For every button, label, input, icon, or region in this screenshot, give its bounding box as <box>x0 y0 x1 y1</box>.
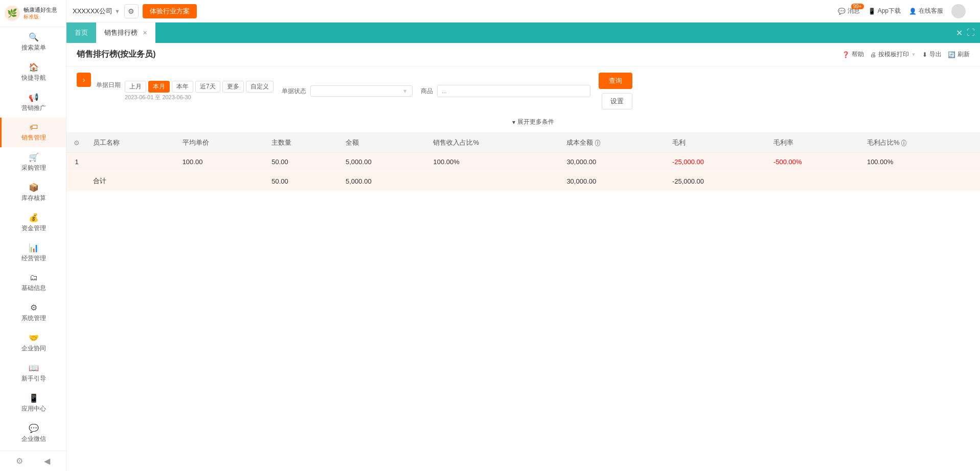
sidebar-item-marketing[interactable]: 📢 营销推广 <box>0 87 66 118</box>
operations-icon: 📊 <box>29 243 39 253</box>
basic-info-label: 基础信息 <box>21 284 46 293</box>
wechat-icon: 💬 <box>29 423 39 433</box>
date-btn-this-year[interactable]: 本年 <box>172 81 193 93</box>
message-action[interactable]: 💬 消息 99+ <box>838 7 860 15</box>
expand-more-button[interactable]: ▾ 展开更多条件 <box>512 118 554 126</box>
tab-sales-rank[interactable]: 销售排行榜 ✕ <box>96 23 155 43</box>
footer-avg <box>176 171 266 191</box>
table-header-row: ⚙ 员工名称 平均单价 主数量 全额 销售收入占比% 成本全额 i 毛利 毛利率 <box>66 133 980 153</box>
status-select[interactable]: ▼ <box>310 85 413 97</box>
sidebar-item-app-center[interactable]: 📱 应用中心 <box>0 388 66 418</box>
finance-label: 资金管理 <box>21 224 46 233</box>
sidebar-item-guide[interactable]: 📖 新手引导 <box>0 358 66 388</box>
cell-total: 5,000.00 <box>339 153 427 171</box>
app-center-icon: 📱 <box>29 393 39 403</box>
col-gross-rate: 毛利率 <box>767 133 861 153</box>
date-btn-last-month[interactable]: 上月 <box>125 81 146 93</box>
quick-nav-icon: 🏠 <box>29 62 39 72</box>
online-service-action[interactable]: 👤 在线客服 <box>909 7 943 15</box>
main-area: XXXXXX公司 ▼ ⚙ 体验行业方案 💬 消息 99+ 📱 App下载 👤 在… <box>66 0 980 471</box>
sidebar-item-operations[interactable]: 📊 经营管理 <box>0 238 66 268</box>
trial-button[interactable]: 体验行业方案 <box>143 4 197 18</box>
footer-quantity: 50.00 <box>265 171 339 191</box>
print-icon: 🖨 <box>870 51 876 58</box>
export-button[interactable]: ⬇ 导出 <box>922 50 942 59</box>
company-selector[interactable]: XXXXXX公司 ▼ <box>73 7 120 16</box>
tabbar-right: ✕ ⛶ <box>956 28 980 38</box>
search-icon: 🔍 <box>29 32 39 42</box>
help-button[interactable]: ❓ 帮助 <box>842 50 864 59</box>
user-avatar[interactable] <box>951 4 966 18</box>
page-title: 销售排行榜(按业务员) <box>77 49 156 60</box>
status-filter-group: 单据状态 ▼ <box>282 85 413 97</box>
collapse-filter-button[interactable]: › <box>77 73 91 87</box>
purchase-icon: 🛒 <box>29 152 39 162</box>
date-btn-custom[interactable]: 自定义 <box>246 81 274 93</box>
close-window-icon[interactable]: ✕ <box>956 28 963 38</box>
maximize-icon[interactable]: ⛶ <box>967 28 975 37</box>
table-settings-icon[interactable]: ⚙ <box>74 139 80 147</box>
col-settings: ⚙ <box>66 133 87 153</box>
sidebar-item-enterprise[interactable]: 🤝 企业协同 <box>0 328 66 358</box>
system-icon: ⚙ <box>30 303 37 312</box>
company-chevron-icon: ▼ <box>115 8 120 14</box>
cell-gross-rate: -500.00% <box>767 153 861 171</box>
date-btn-7days[interactable]: 近7天 <box>195 81 220 93</box>
sidebar-item-inventory[interactable]: 📦 库存核算 <box>0 177 66 208</box>
print-button[interactable]: 🖨 按模板打印 ▼ <box>870 50 916 59</box>
expand-label: 展开更多条件 <box>517 118 554 126</box>
page-actions: ❓ 帮助 🖨 按模板打印 ▼ ⬇ 导出 🔄 刷新 <box>842 50 970 59</box>
app-subtitle: 标准版 <box>24 13 57 20</box>
sidebar-nav: 🔍 搜索菜单 🏠 快捷导航 📢 营销推广 🏷 销售管理 🛒 采购管理 📦 库存核… <box>0 27 66 451</box>
right-buttons: 查询 设置 <box>599 73 632 109</box>
inventory-label: 库存核算 <box>21 194 46 203</box>
sales-table: ⚙ 员工名称 平均单价 主数量 全额 销售收入占比% 成本全额 i 毛利 毛利率 <box>66 133 980 191</box>
sidebar-item-basic-info[interactable]: 🗂 基础信息 <box>0 268 66 298</box>
page-header: 销售排行榜(按业务员) ❓ 帮助 🖨 按模板打印 ▼ ⬇ 导出 <box>66 43 980 66</box>
refresh-button[interactable]: 🔄 刷新 <box>948 50 970 59</box>
app-download-action[interactable]: 📱 App下载 <box>868 7 901 15</box>
cell-gross: -25,000.00 <box>666 153 767 171</box>
sales-label: 销售管理 <box>21 133 46 142</box>
table-area: ⚙ 员工名称 平均单价 主数量 全额 销售收入占比% 成本全额 i 毛利 毛利率 <box>66 133 980 191</box>
sidebar-item-finance[interactable]: 💰 资金管理 <box>0 208 66 238</box>
search-button[interactable]: 查询 <box>599 73 632 89</box>
footer-cost: 30,000.00 <box>560 171 666 191</box>
guide-label: 新手引导 <box>21 374 46 383</box>
sales-rank-tab-label: 销售排行榜 <box>104 28 138 37</box>
col-gross-pct: 毛利占比% i <box>861 133 980 153</box>
collapse-icon[interactable]: ◀ <box>44 456 50 466</box>
totals-row: 合计 50.00 5,000.00 30,000.00 -25,000.00 <box>66 171 980 191</box>
gear-button[interactable]: ⚙ <box>124 4 139 18</box>
export-icon: ⬇ <box>922 51 927 58</box>
goods-select[interactable]: ... <box>437 85 590 97</box>
tab-home[interactable]: 首页 <box>66 23 96 43</box>
svg-text:🌿: 🌿 <box>7 8 17 18</box>
date-btn-more[interactable]: 更多 <box>222 81 244 93</box>
date-range-buttons: 上月 本月 本年 近7天 更多 自定义 <box>125 81 274 93</box>
sidebar-item-purchase[interactable]: 🛒 采购管理 <box>0 147 66 177</box>
col-avg-price: 平均单价 <box>176 133 266 153</box>
sidebar-item-wechat[interactable]: 💬 企业微信 <box>0 418 66 448</box>
sidebar-item-quick-nav[interactable]: 🏠 快捷导航 <box>0 57 66 87</box>
help-icon: ❓ <box>842 51 850 58</box>
cell-cost: 30,000.00 <box>560 153 666 171</box>
refresh-icon: 🔄 <box>948 51 955 58</box>
footer-total: 5,000.00 <box>339 171 427 191</box>
sidebar-bottom: ⚙ ◀ <box>0 451 66 471</box>
filter-area: › 单据日期 上月 本月 本年 <box>66 66 980 133</box>
date-btn-this-month[interactable]: 本月 <box>148 81 170 93</box>
guide-icon: 📖 <box>29 363 39 373</box>
sidebar-item-sales[interactable]: 🏷 销售管理 <box>0 118 66 147</box>
col-quantity: 主数量 <box>265 133 339 153</box>
table-row: 1 100.00 50.00 5,000.00 100.00% 30,000.0… <box>66 153 980 171</box>
footer-label: 合计 <box>87 171 176 191</box>
sidebar-item-search[interactable]: 🔍 搜索菜单 <box>0 27 66 57</box>
footer-gross-rate <box>767 171 861 191</box>
system-label: 系统管理 <box>21 314 46 323</box>
expand-icon: ▾ <box>512 119 515 126</box>
settings-button[interactable]: 设置 <box>602 93 632 109</box>
sidebar-item-system[interactable]: ⚙ 系统管理 <box>0 298 66 328</box>
settings-bottom-icon[interactable]: ⚙ <box>16 456 23 466</box>
tab-close-icon[interactable]: ✕ <box>143 30 147 36</box>
